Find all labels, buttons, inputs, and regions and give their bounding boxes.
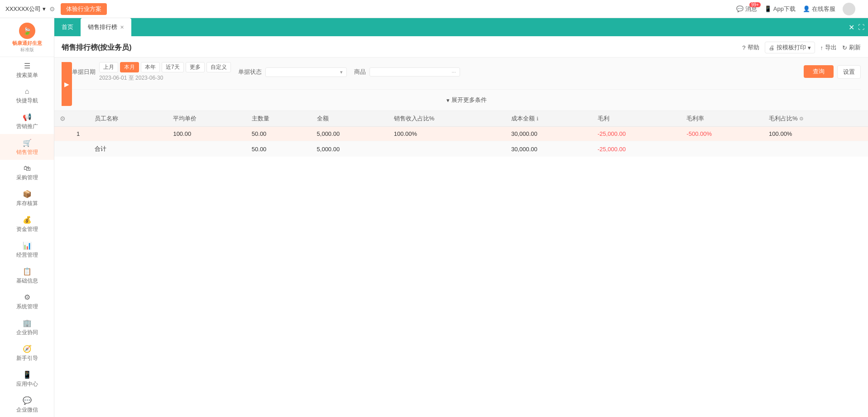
goods-input-dots: ···	[452, 69, 456, 75]
date-btn-this-year[interactable]: 本年	[141, 62, 160, 72]
sidebar-item-purchase[interactable]: 🛍 采购管理	[0, 160, 54, 185]
th-employee: 员工名称	[89, 111, 168, 127]
sidebar-label-enterprise-wechat: 企业微信	[16, 406, 38, 414]
footer-gross-rate	[681, 141, 763, 157]
message-button[interactable]: 💬 消息 99+	[736, 5, 757, 13]
sidebar-item-quick-nav[interactable]: ⌂ 快捷导航	[0, 83, 54, 108]
sidebar-label-sales: 销售管理	[16, 149, 38, 156]
marketing-icon: 📢	[23, 113, 32, 121]
date-range-display: 2023-06-01 至 2023-06-30	[99, 74, 231, 82]
date-btn-this-month[interactable]: 本月	[120, 62, 139, 72]
newbie-icon: 🧭	[23, 345, 32, 353]
table-row: 1 100.00 50.00 5,000.00 100.00% 30,000.0…	[54, 127, 868, 141]
sidebar-item-operations[interactable]: 📊 经营管理	[0, 237, 54, 263]
date-btn-last-month[interactable]: 上月	[99, 62, 118, 72]
sidebar-item-system[interactable]: ⚙ 系统管理	[0, 288, 54, 314]
system-icon: ⚙	[24, 293, 30, 302]
table-area: ⚙ 员工名称 平均单价 主数量 全额 销售收入占比% 成本全额 ℹ 毛利 毛利率…	[54, 111, 868, 417]
expand-more-label: 展开更多条件	[451, 96, 487, 104]
company-selector[interactable]: XXXXXX公司 ▾	[5, 5, 46, 13]
export-button[interactable]: ↑ 导出	[820, 43, 837, 52]
date-btn-7days[interactable]: 近7天	[162, 62, 184, 72]
tab-sales-rank[interactable]: 销售排行榜 ✕	[81, 18, 131, 36]
sidebar-label-finance: 资金管理	[16, 225, 38, 233]
tab-bar: 首页 销售排行榜 ✕ ✕ ⛶	[54, 18, 868, 36]
sidebar-label-marketing: 营销推广	[16, 123, 38, 130]
sidebar-item-enterprise-wechat[interactable]: 💬 企业微信	[0, 392, 54, 417]
setting-button[interactable]: 设置	[837, 65, 861, 79]
status-filter-group: 单据状态 ▾	[238, 67, 347, 77]
goods-input[interactable]: ···	[369, 67, 460, 77]
company-dropdown-icon: ▾	[43, 5, 46, 12]
td-qty: 50.00	[246, 127, 312, 141]
help-button[interactable]: ? 帮助	[742, 43, 759, 52]
sidebar-item-marketing[interactable]: 📢 营销推广	[0, 108, 54, 134]
sidebar-label-purchase: 采购管理	[16, 174, 38, 182]
filter-area: ▶ 单据日期 上月 本月 本年	[54, 58, 868, 111]
td-gear-cell	[54, 127, 71, 141]
sidebar-item-enterprise[interactable]: 🏢 企业协同	[0, 314, 54, 340]
filter-right-actions: 查询 设置	[800, 65, 861, 79]
expand-more-button[interactable]: ▾ 展开更多条件	[446, 94, 487, 106]
gross-pct-info-icon: ⚙	[799, 116, 804, 121]
topbar-gear-icon[interactable]: ⚙	[49, 5, 55, 13]
print-icon: 🖨	[769, 44, 775, 51]
td-gross-pct: 100.00%	[763, 127, 868, 141]
tab-sales-rank-label: 销售排行榜	[88, 23, 117, 31]
th-cost: 成本全额 ℹ	[506, 111, 592, 127]
date-filter-options: 上月 本月 本年 近7天 更多 自定义 2023-06-01 至 2023-06…	[99, 62, 231, 82]
sales-icon: 🛒	[23, 139, 32, 147]
tab-close-icon[interactable]: ✕	[120, 24, 124, 30]
status-select-arrow: ▾	[340, 69, 343, 75]
date-btn-custom[interactable]: 自定义	[206, 62, 231, 72]
expand-chevron-down-icon: ▾	[446, 97, 450, 104]
tab-maximize-icon[interactable]: ⛶	[858, 24, 864, 31]
refresh-button[interactable]: ↻ 刷新	[842, 43, 861, 52]
date-buttons: 上月 本月 本年 近7天 更多 自定义	[99, 62, 231, 72]
status-filter-label: 单据状态	[238, 68, 262, 76]
th-avg-price: 平均单价	[168, 111, 246, 127]
sidebar-label-enterprise: 企业协同	[16, 329, 38, 336]
filter-toggle-button[interactable]: ▶	[62, 62, 72, 106]
table-footer-row: 合计 50.00 5,000.00 30,000.00 -25,000.00	[54, 141, 868, 157]
sidebar-item-basic-info[interactable]: 📋 基础信息	[0, 263, 54, 288]
tab-close-window-icon[interactable]: ✕	[849, 23, 854, 32]
th-sales-pct: 销售收入占比%	[388, 111, 506, 127]
main-layout: 🍃 畅康通好生意 标准版 ☰ 搜索菜单 ⌂ 快捷导航 📢 营销推广 🛒 销售管理…	[0, 18, 868, 417]
table-gear-icon[interactable]: ⚙	[60, 115, 66, 122]
app-center-icon: 📱	[23, 370, 32, 379]
content-area: 首页 销售排行榜 ✕ ✕ ⛶ 销售排行榜(按业务员) ? 帮助	[54, 18, 868, 417]
sidebar-item-search-order[interactable]: ☰ 搜索菜单	[0, 57, 54, 83]
footer-gross-pct	[763, 141, 868, 157]
sidebar-item-inventory[interactable]: 📦 库存核算	[0, 185, 54, 211]
message-icon: 💬	[736, 5, 743, 12]
th-gear[interactable]: ⚙	[54, 111, 71, 127]
sidebar-label-basic-info: 基础信息	[16, 277, 38, 285]
logo-sub: 标准版	[20, 47, 34, 53]
trial-button[interactable]: 体验行业方案	[61, 3, 107, 15]
search-order-icon: ☰	[24, 62, 30, 70]
tab-home[interactable]: 首页	[54, 18, 81, 36]
help-label: 帮助	[748, 43, 759, 52]
status-select[interactable]: ▾	[265, 67, 347, 77]
filter-main-row: 单据日期 上月 本月 本年 近7天 更多 自定义	[72, 62, 861, 82]
print-button[interactable]: 🖨 按模板打印 ▾	[765, 42, 815, 53]
app-download-button[interactable]: 📱 App下载	[764, 5, 796, 13]
sidebar-logo: 🍃 畅康通好生意 标准版	[0, 18, 54, 57]
sidebar-label-operations: 经营管理	[16, 251, 38, 259]
operations-icon: 📊	[23, 241, 32, 250]
page-actions: ? 帮助 🖨 按模板打印 ▾ ↑ 导出 ↻ 刷新	[742, 42, 861, 53]
export-icon: ↑	[820, 44, 824, 51]
user-avatar[interactable]	[843, 3, 855, 15]
date-btn-more[interactable]: 更多	[186, 62, 205, 72]
td-sales-pct: 100.00%	[388, 127, 506, 141]
sidebar-item-newbie[interactable]: 🧭 新手引导	[0, 340, 54, 366]
sidebar-item-sales[interactable]: 🛒 销售管理	[0, 134, 54, 160]
online-service-button[interactable]: 👤 在线客服	[803, 5, 835, 13]
sidebar-item-app-center[interactable]: 📱 应用中心	[0, 366, 54, 392]
sidebar-item-finance[interactable]: 💰 资金管理	[0, 211, 54, 237]
query-button[interactable]: 查询	[804, 65, 834, 78]
enterprise-icon: 🏢	[23, 319, 32, 327]
date-filter-label: 单据日期	[72, 68, 96, 76]
app-icon: 📱	[764, 5, 772, 12]
